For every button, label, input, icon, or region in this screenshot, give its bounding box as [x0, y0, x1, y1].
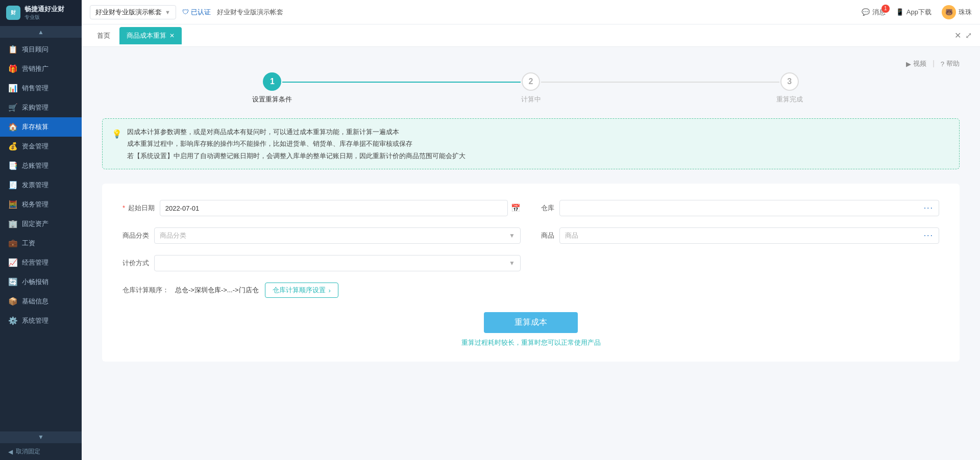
invoice-icon: 🧾: [8, 181, 18, 190]
help-label: 帮助: [946, 59, 960, 68]
sidebar-item-payroll[interactable]: 💼 工资: [0, 234, 82, 253]
main-area: 好业财专业版演示帐套 ▼ 🛡 已认证 好业财专业版演示帐套 💬 消息 1 📱 A…: [82, 0, 980, 460]
tab-home[interactable]: 首页: [90, 27, 117, 44]
recalc-section: 重算成本 重算过程耗时较长，重算时您可以正常使用产品: [122, 312, 939, 347]
calendar-icon[interactable]: 📅: [511, 203, 521, 213]
sidebar-item-expense[interactable]: 🔄 小畅报销: [0, 272, 82, 292]
category-label: 商品分类: [122, 231, 149, 240]
required-star: *: [122, 204, 125, 212]
mobile-icon: 📱: [896, 8, 904, 16]
sidebar-item-basic[interactable]: 📦 基础信息: [0, 292, 82, 311]
sidebar-label-inventory: 库存核算: [22, 122, 48, 132]
verified-badge: 🛡 已认证: [182, 8, 211, 17]
content-area: ▶ 视频 | ? 帮助 1 设置重算条件 2 计算中: [82, 47, 980, 460]
sidebar-nav: 📋 项目顾问 🎁 营销推广 📊 销售管理 🛒 采购管理 🏠 库存核算 💰 资金管…: [0, 38, 82, 431]
sidebar-scroll-down[interactable]: ▼: [0, 431, 82, 443]
goods-label: 商品: [541, 231, 554, 240]
sidebar-item-accounting[interactable]: 📑 总账管理: [0, 156, 82, 175]
sidebar-label-tax: 税务管理: [22, 200, 48, 209]
tab-close-window-button[interactable]: ✕: [954, 31, 961, 40]
goods-picker-button[interactable]: ···: [924, 231, 934, 240]
warehouse-field: 仓库 ···: [541, 200, 939, 216]
sidebar-label-payroll: 工资: [22, 239, 35, 248]
tab-recalc[interactable]: 商品成本重算 ✕: [119, 27, 182, 44]
start-date-input[interactable]: [160, 200, 508, 216]
help-button[interactable]: ? 帮助: [941, 59, 960, 68]
sidebar-item-tax[interactable]: 🧮 税务管理: [0, 195, 82, 214]
avatar-image: 🐻: [942, 5, 956, 19]
sidebar-item-system[interactable]: ⚙️ 系统管理: [0, 311, 82, 330]
app-download-button[interactable]: 📱 App下载: [896, 8, 932, 17]
sidebar-label-system: 系统管理: [22, 316, 48, 325]
calc-order-settings-button[interactable]: 仓库计算顺序设置 ›: [265, 283, 338, 298]
unpin-button[interactable]: ◀ 取消固定: [0, 443, 82, 460]
accounting-icon: 📑: [8, 161, 18, 170]
user-avatar[interactable]: 🐻 珠珠: [942, 5, 972, 19]
sidebar-item-sales[interactable]: 📊 销售管理: [0, 79, 82, 98]
warehouse-label: 仓库: [541, 203, 554, 213]
sidebar-label-expense: 小畅报销: [22, 277, 48, 287]
tabbar: 首页 商品成本重算 ✕ ✕ ⤢: [82, 24, 980, 47]
app-name: 畅捷通好业财: [24, 5, 64, 14]
tab-expand-button[interactable]: ⤢: [965, 31, 972, 40]
sidebar-item-invoice[interactable]: 🧾 发票管理: [0, 175, 82, 195]
sidebar-item-finance[interactable]: 💰 资金管理: [0, 137, 82, 156]
sidebar: 财 畅捷通好业财 专业版 ▲ 📋 项目顾问 🎁 营销推广 📊 销售管理 🛒 采购…: [0, 0, 82, 460]
user-name: 珠珠: [959, 8, 972, 17]
sidebar-label-basic: 基础信息: [22, 297, 48, 306]
marketing-icon: 🎁: [8, 64, 18, 73]
pricing-label: 计价方式: [122, 259, 149, 268]
unpin-label: 取消固定: [16, 447, 40, 456]
tab-home-label: 首页: [97, 31, 110, 40]
company-select[interactable]: 好业财专业版演示帐套 ▼: [90, 5, 176, 19]
message-button[interactable]: 💬 消息 1: [862, 8, 886, 17]
recalc-note: 重算过程耗时较长，重算时您可以正常使用产品: [461, 338, 601, 347]
sidebar-item-fixed-assets[interactable]: 🏢 固定资产: [0, 214, 82, 234]
step-2-label: 计算中: [521, 95, 541, 104]
system-icon: ⚙️: [8, 316, 18, 325]
sidebar-header: 财 畅捷通好业财 专业版: [0, 0, 82, 27]
sidebar-label-finance: 资金管理: [22, 142, 48, 151]
step-3-label: 重算完成: [776, 95, 803, 104]
sidebar-label-purchase: 采购管理: [22, 103, 48, 112]
goods-field: 商品 商品 ···: [541, 227, 939, 244]
step-1-number: 1: [270, 77, 275, 86]
pricing-dropdown-arrow-icon: ▼: [509, 260, 515, 267]
pricing-dropdown[interactable]: ▼: [154, 255, 521, 271]
app-edition: 专业版: [24, 14, 64, 21]
category-dropdown[interactable]: 商品分类 ▼: [154, 227, 521, 244]
finance-icon: 💰: [8, 142, 18, 151]
step-1: 1 设置重算条件: [143, 72, 402, 104]
sidebar-item-project[interactable]: 📋 项目顾问: [0, 40, 82, 59]
warehouse-picker-button[interactable]: ···: [924, 203, 934, 213]
sidebar-item-operations[interactable]: 📈 经营管理: [0, 253, 82, 272]
sidebar-scroll-up[interactable]: ▲: [0, 27, 82, 38]
operations-icon: 📈: [8, 258, 18, 267]
recalc-button[interactable]: 重算成本: [484, 312, 578, 333]
fixed-assets-icon: 🏢: [8, 219, 18, 228]
tab-close-icon[interactable]: ✕: [169, 32, 175, 39]
step-3-circle: 3: [780, 72, 799, 91]
step-2-circle: 2: [522, 72, 540, 91]
form-row-3: 计价方式 ▼: [122, 255, 939, 271]
sidebar-item-purchase[interactable]: 🛒 采购管理: [0, 98, 82, 117]
sidebar-item-marketing[interactable]: 🎁 营销推广: [0, 59, 82, 79]
app-title-block: 畅捷通好业财 专业版: [24, 5, 64, 21]
tab-recalc-label: 商品成本重算: [127, 31, 166, 40]
start-date-field: * 起始日期 📅: [122, 200, 521, 216]
sidebar-item-inventory[interactable]: 🏠 库存核算: [0, 117, 82, 137]
step-3-number: 3: [787, 77, 792, 86]
lamp-icon: 💡: [112, 127, 122, 162]
info-line-3: 若【系统设置】中启用了自动调整记账日期时，会调整入库单的整单记账日期，因此重新计…: [127, 150, 465, 162]
topbar-company-name: 好业财专业版演示帐套: [217, 8, 283, 17]
info-line-1: 因成本计算参数调整，或是对商品成本有疑问时，可以通过成本重算功能，重新计算一遍成…: [127, 126, 465, 138]
question-icon: ?: [941, 60, 944, 68]
project-icon: 📋: [8, 45, 18, 54]
calc-order-value: 总仓->深圳仓库->...->门店仓: [175, 286, 259, 295]
goods-placeholder: 商品: [565, 231, 924, 240]
steps-indicator: 1 设置重算条件 2 计算中 3 重算完成: [102, 72, 960, 104]
video-help-button[interactable]: ▶ 视频: [906, 59, 926, 68]
topbar: 好业财专业版演示帐套 ▼ 🛡 已认证 好业财专业版演示帐套 💬 消息 1 📱 A…: [82, 0, 980, 24]
message-badge: 1: [881, 5, 890, 13]
sidebar-label-invoice: 发票管理: [22, 181, 48, 190]
